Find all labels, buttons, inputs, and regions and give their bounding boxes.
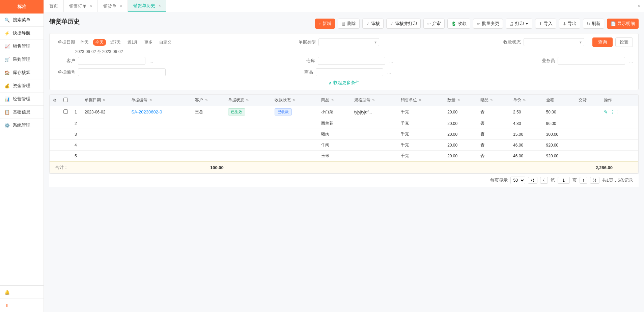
settings-button[interactable]: 设置 xyxy=(615,37,633,47)
sidebar-item-quick-nav[interactable]: ⚡ 快捷导航 xyxy=(0,27,44,40)
goods-dots[interactable]: ... xyxy=(387,70,391,75)
tab-home[interactable]: 首页 xyxy=(44,0,64,12)
salesperson-dots[interactable]: ... xyxy=(629,58,633,63)
footer-qty-total: 100.00 xyxy=(210,165,224,170)
next-page-btn[interactable]: ⟩ xyxy=(580,177,587,184)
tab-sales-order[interactable]: 销售订单 × xyxy=(64,0,98,12)
sidebar-bottom: 🔔 ⏸ xyxy=(0,285,44,312)
warehouse-dots[interactable]: ... xyxy=(389,58,393,63)
delete-button[interactable]: 🗑 删除 xyxy=(338,19,360,29)
delete-label: 删除 xyxy=(347,21,356,27)
th-customer[interactable]: 客户 ⇅ xyxy=(192,95,224,106)
sort-goods-icon: ⇅ xyxy=(331,98,334,102)
cell-unit: 千克 xyxy=(397,106,444,118)
cell-checkbox[interactable] xyxy=(60,106,71,118)
salesperson-input[interactable] xyxy=(558,57,625,65)
approve-button[interactable]: ✓ 审核 xyxy=(362,19,384,29)
th-gift[interactable]: 赠品 ⇅ xyxy=(477,95,510,106)
sidebar-pause[interactable]: ⏸ xyxy=(0,299,44,312)
table-footer: 合计： 100.00 2,286.00 xyxy=(50,161,638,173)
approve-print-button[interactable]: ✓ 审核并打印 xyxy=(386,19,421,29)
filter-customer: 客户 ... xyxy=(55,57,153,65)
th-collect-status[interactable]: 收款状态 ⇅ xyxy=(271,95,318,106)
th-settings[interactable]: ⚙ xyxy=(50,95,60,106)
row-checkbox[interactable] xyxy=(63,109,68,114)
th-row-no xyxy=(71,95,81,106)
select-all-checkbox[interactable] xyxy=(63,98,68,102)
th-unit[interactable]: 销售单位 ⇅ xyxy=(397,95,444,106)
warehouse-input[interactable] xyxy=(318,57,385,65)
goods-input[interactable] xyxy=(316,68,383,76)
close-all-tabs[interactable]: × xyxy=(634,4,644,8)
cell-actions xyxy=(600,118,638,129)
date-tab-last7[interactable]: 近7天 xyxy=(108,39,123,46)
doc-no-input[interactable] xyxy=(78,68,166,76)
add-button[interactable]: + 新增 xyxy=(315,19,335,29)
tab-sales-goods[interactable]: 销货单 × xyxy=(98,0,128,12)
export-button[interactable]: ⬇ 导出 xyxy=(559,19,580,29)
sort-spec-icon: ⇅ xyxy=(372,98,375,102)
sidebar-item-basic-info[interactable]: 📋 基础信息 xyxy=(0,106,44,119)
tab-sales-history[interactable]: 销货单历史 × xyxy=(128,0,166,12)
date-tab-last1m[interactable]: 近1月 xyxy=(125,39,141,46)
cell-row-no: 4 xyxy=(71,140,81,151)
th-doc-date[interactable]: 单据日期 ⇅ xyxy=(81,95,128,106)
cell-row-no: 1 xyxy=(71,106,81,118)
customer-input[interactable] xyxy=(78,57,145,65)
sidebar-item-sys-mgmt[interactable]: ⚙️ 系统管理 xyxy=(0,119,44,132)
prev-page-btn[interactable]: ⟨ xyxy=(540,177,548,184)
per-page-select[interactable]: 50 xyxy=(510,177,525,184)
doc-no-link[interactable]: SA-20230602-0 xyxy=(131,109,162,114)
import-button[interactable]: ⬆ 导入 xyxy=(535,19,556,29)
date-tab-more[interactable]: 更多 xyxy=(142,39,155,46)
edit-icon[interactable]: ✎ xyxy=(604,109,608,115)
tab-sales-goods-close[interactable]: × xyxy=(120,4,122,8)
cell-checkbox xyxy=(60,140,71,151)
batch-change-button[interactable]: ✏ 批量变更 xyxy=(473,19,503,29)
date-tab-yesterday[interactable]: 昨天 xyxy=(78,39,91,46)
date-tab-today[interactable]: 今天 xyxy=(93,39,106,46)
refresh-label: 刷新 xyxy=(592,21,600,27)
date-tab-custom[interactable]: 自定义 xyxy=(157,39,174,46)
cell-amount: 920.00 xyxy=(543,140,575,151)
th-unit-price[interactable]: 单价 ⇅ xyxy=(510,95,542,106)
doc-type-select[interactable] xyxy=(318,38,379,46)
th-doc-status[interactable]: 单据状态 ⇅ xyxy=(225,95,271,106)
sidebar-item-finance[interactable]: 💰 资金管理 xyxy=(0,79,44,93)
th-qty[interactable]: 数量 ⇅ xyxy=(444,95,477,106)
page-number-input[interactable] xyxy=(558,177,570,184)
cell-row-no: 5 xyxy=(71,151,81,161)
customer-dots[interactable]: ... xyxy=(149,58,153,63)
discard-button[interactable]: ↩ 弃审 xyxy=(423,19,445,29)
table-row: 12023-06-02SA-20230602-0王总已生效已收款小白菜tyjyj… xyxy=(50,106,638,118)
th-doc-no[interactable]: 单据编号 ⇅ xyxy=(128,95,192,106)
sidebar-item-sales-mgmt[interactable]: 📈 销售管理 xyxy=(0,40,44,53)
show-detail-button[interactable]: 📄 显示明细 xyxy=(607,19,639,29)
cell-unit: 千克 xyxy=(397,151,444,161)
data-table-container: ⚙ 单据日期 ⇅ 单据编号 ⇅ 客户 ⇅ 单据状态 ⇅ 收款状态 ⇅ 商品 ⇅ … xyxy=(49,94,639,174)
sidebar-item-search-menu[interactable]: 🔍 搜索菜单 xyxy=(0,14,44,27)
more-icon[interactable]: ⋮⋮ xyxy=(610,109,619,115)
doc-type-label: 单据类型 xyxy=(296,39,316,45)
th-spec[interactable]: 规格型号 ⇅ xyxy=(351,95,397,106)
tab-sales-history-close[interactable]: × xyxy=(159,4,161,8)
first-page-btn[interactable]: ⟨⟨ xyxy=(528,177,537,184)
refresh-button[interactable]: ↻ 刷新 xyxy=(583,19,604,29)
sidebar-item-operations[interactable]: 📊 经营管理 xyxy=(0,93,44,106)
sidebar-item-inventory[interactable]: 🏠 库存核算 xyxy=(0,66,44,79)
sidebar-item-purchase-mgmt[interactable]: 🛒 采购管理 xyxy=(0,53,44,66)
filter-area: 单据日期 昨天 今天 近7天 近1月 更多 自定义 单据类型 ▼ xyxy=(49,33,639,90)
collapse-button[interactable]: ∧ 收起更多条件 xyxy=(55,80,633,86)
query-button[interactable]: 查询 xyxy=(592,37,613,47)
tab-sales-history-label: 销货单历史 xyxy=(133,3,155,9)
print-dropdown-icon: ▼ xyxy=(525,22,529,26)
th-checkbox[interactable] xyxy=(60,95,71,106)
collect-status-select[interactable] xyxy=(524,38,584,46)
print-button[interactable]: 🖨 打印 ▼ xyxy=(506,19,532,29)
cell-row-no: 3 xyxy=(71,129,81,140)
last-page-btn[interactable]: ⟩⟩ xyxy=(590,177,599,184)
collect-button[interactable]: 💲 收款 xyxy=(447,19,470,29)
sidebar-notify[interactable]: 🔔 xyxy=(0,286,44,299)
tab-sales-order-close[interactable]: × xyxy=(90,4,92,8)
th-goods[interactable]: 商品 ⇅ xyxy=(318,95,351,106)
